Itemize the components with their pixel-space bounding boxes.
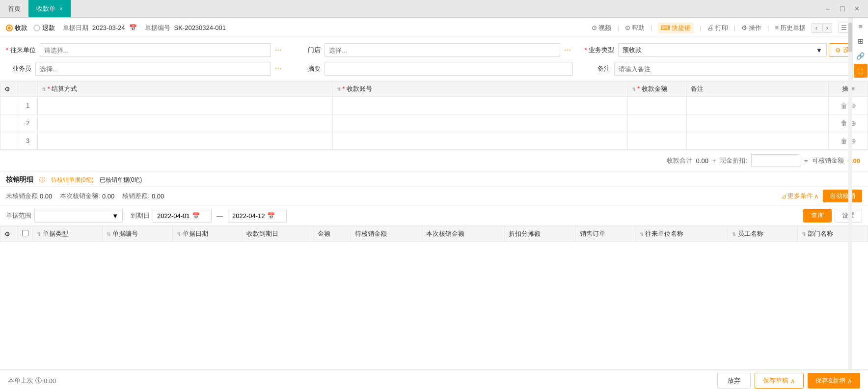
counterpart-more-btn[interactable]: ··· [273,46,283,54]
calendar-to-icon: 📅 [267,212,275,220]
table-settings-col[interactable]: ⚙ [0,82,18,97]
abandon-btn[interactable]: 放弃 [717,373,751,389]
radio-refund-circle [33,25,40,31]
writeoff-title: 核销明细 [6,175,33,184]
remark-input[interactable] [614,62,862,76]
select-all-checkbox[interactable] [22,230,28,236]
summary-label: 摘要 [295,64,323,73]
more-conditions-label: 更多条件 [787,192,813,200]
cell-remark-3[interactable] [686,132,828,150]
doc-date-value: 2023-03-24 [92,24,125,31]
table-row: 3 🗑 ⊕ [0,132,868,150]
tab-done[interactable]: 已核销单据(0笔) [100,176,142,184]
filter-range-select[interactable]: ▼ [34,209,123,223]
row-num-1: 1 [18,97,38,114]
cell-account-1[interactable] [332,97,627,114]
maximize-button[interactable]: □ [837,3,848,14]
chevron-up-icon2: ∧ [790,377,795,385]
filter-due-field: 到期日 2022-04-01 📅 — 2022-04-12 📅 [131,209,287,223]
biz-type-select[interactable]: 预收款 ▼ [618,43,827,57]
close-button[interactable]: × [852,3,862,14]
history-btn[interactable]: ≡ 历史单据 [775,24,806,32]
bt-doc-no-col: ⇅ 单据编号 [103,226,172,242]
store-input[interactable] [325,43,560,57]
bt-settings-col[interactable]: ⚙ [0,226,18,242]
store-more-btn[interactable]: ··· [562,46,572,54]
summary-input[interactable] [325,62,572,76]
tab-pending[interactable]: 待核销单据(0笔) [51,176,94,184]
tab-active-label: 收款单 [36,4,55,13]
more-conditions-btn[interactable]: ⊿ 更多条件 ∧ [781,192,819,200]
cell-settlement-3[interactable] [38,132,333,150]
print-icon: 🖨 [707,24,714,31]
staff-field: 业务员 ··· [6,62,283,76]
auto-writeoff-btn[interactable]: 自动核销 [823,190,862,202]
discount-input[interactable] [751,154,800,167]
bt-checkbox-col[interactable] [18,226,33,242]
radio-refund[interactable]: 退款 [33,24,55,32]
radio-receipt-label: 收款 [15,24,27,32]
right-sidebar: ≡ ⊞ 🔗 ⬚ [852,18,868,80]
tab-home[interactable]: 首页 [0,0,28,17]
store-field: 门店 ··· [295,43,572,57]
col-settlement: ⇅ * 结算方式 [38,82,333,97]
scrollbar-thumb[interactable] [848,23,852,52]
bt-counterpart-col: ⇅ 往来单位名称 [635,226,728,242]
sidebar-icon-2[interactable]: ⊞ [854,34,868,48]
unchecked-value: 0.00 [40,193,52,200]
chevron-up-icon3: ∧ [847,377,852,385]
tab-close-icon[interactable]: × [59,5,63,12]
form-row-2: 业务员 ··· 摘要 备注 [6,61,862,77]
shortcut-btn[interactable]: ⌨ 快捷键 [658,23,694,33]
filter-date-to[interactable]: 2022-04-12 📅 [228,209,287,223]
nav-prev[interactable]: ‹ [812,23,821,33]
cell-remark-1[interactable] [686,97,828,114]
help-btn[interactable]: ⊙ 帮助 [625,24,645,32]
action-btn[interactable]: ⚙ 操作 [741,24,761,32]
total-label: 收款合计 [667,156,692,165]
sidebar-icon-1[interactable]: ≡ [854,20,868,33]
tab-receipt[interactable]: 收款单 × [28,0,71,17]
radio-receipt[interactable]: 收款 [6,24,27,32]
cell-settlement-2[interactable] [38,114,333,132]
footer-bar: 本单上次 ⓘ 0.00 放弃 保存草稿 ∧ 保存&新增 ∧ [0,369,868,391]
cell-amount-1[interactable] [627,97,686,114]
cell-account-3[interactable] [332,132,627,150]
cell-settlement-1[interactable] [38,97,333,114]
staff-input[interactable] [35,62,271,76]
filter-date-from[interactable]: 2022-04-01 📅 [153,209,212,223]
save-draft-btn[interactable]: 保存草稿 ∧ [755,373,804,389]
cell-amount-3[interactable] [627,132,686,150]
chevron-down-icon2: ▼ [112,212,118,220]
main-content: 收款 退款 单据日期 2023-03-24 📅 单据编号 SK-20230324… [0,18,868,391]
counterpart-input[interactable] [40,43,271,57]
sidebar-icon-3[interactable]: 🔗 [854,49,868,63]
save-new-btn[interactable]: 保存&新增 ∧ [808,373,860,389]
calendar-icon[interactable]: 📅 [129,24,137,31]
print-btn[interactable]: 🖨 打印 [707,24,728,32]
unchecked-stat: 未核销金额 0.00 [6,192,52,200]
sep2: | [651,24,652,31]
history-label: 历史单据 [780,24,806,32]
cell-remark-2[interactable] [686,114,828,132]
delete-icon-1[interactable]: 🗑 [841,102,847,110]
sep4: | [734,24,735,31]
nav-next[interactable]: › [822,23,832,33]
delete-icon-2[interactable]: 🗑 [841,119,847,127]
shortcut-label: 快捷键 [672,24,691,32]
filter-range-label: 单据范围 [6,211,31,220]
sidebar-icon-4[interactable]: ⬚ [854,64,868,78]
chevron-down-icon: ▼ [816,47,822,54]
toolbar-right: ⊙ 视频 | ⊙ 帮助 | ⌨ 快捷键 | 🖨 打印 | ⚙ 操作 [592,23,862,33]
info-icon[interactable]: ⓘ [39,176,45,184]
bt-doc-date-col: ⇅ 单据日期 [172,226,242,242]
staff-more-btn[interactable]: ··· [273,65,283,73]
cell-amount-2[interactable] [627,114,686,132]
video-btn[interactable]: ⊙ 视频 [592,24,611,32]
available-label: 可核销金额 [812,156,844,165]
cell-account-2[interactable] [332,114,627,132]
query-btn[interactable]: 查询 [803,209,832,223]
writeoff-section: 核销明细 ⓘ 待核销单据(0笔) 已核销单据(0笔) 未核销金额 0.00 本次… [0,171,868,369]
delete-icon-3[interactable]: 🗑 [841,137,847,145]
minimize-button[interactable]: – [823,3,833,14]
